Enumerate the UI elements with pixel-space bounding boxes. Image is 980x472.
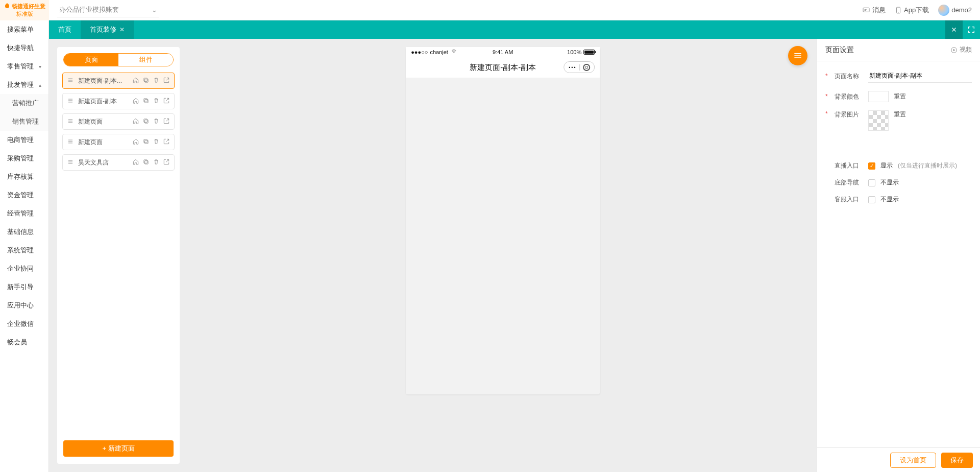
bgimg-row: * 背景图片 重置 [825, 110, 972, 131]
delete-icon[interactable] [153, 117, 160, 126]
tab-close-all[interactable] [945, 20, 963, 39]
page-item-1[interactable]: 新建页面-副本 [62, 93, 175, 109]
messages-link[interactable]: 消息 [862, 6, 886, 15]
new-page-button[interactable]: + 新建页面 [63, 440, 174, 457]
live-entry-row: 直播入口 ✓ 显示 (仅当进行直播时展示) [825, 161, 972, 170]
home-icon[interactable] [132, 77, 139, 85]
component-drawer-toggle[interactable] [788, 46, 807, 65]
drag-handle-icon[interactable] [67, 77, 74, 85]
sidebar-item-15[interactable]: 应用中心 [0, 296, 48, 315]
sidebar-item-12[interactable]: 系统管理 [0, 241, 48, 259]
share-icon[interactable] [163, 138, 170, 147]
page-item-4[interactable]: 昊天文具店 [62, 154, 175, 171]
messages-label: 消息 [872, 6, 886, 15]
delete-icon[interactable] [153, 138, 160, 147]
share-icon[interactable] [163, 77, 170, 85]
segment-component[interactable]: 组件 [118, 54, 173, 66]
brand-text: 畅捷通好生意 [12, 3, 45, 10]
settings-panel: 页面设置 视频 * 页面名称 * 背景颜色 重置 * 背景图片 重 [817, 39, 980, 472]
app-download-label: App下载 [904, 6, 929, 15]
sidebar-item-14[interactable]: 新手引导 [0, 278, 48, 296]
phone-time: 9:41 AM [406, 49, 600, 55]
sidebar-item-1[interactable]: 快捷导航 [0, 39, 48, 57]
sidebar-item-9[interactable]: 资金管理 [0, 186, 48, 204]
bgcolor-row: * 背景颜色 重置 [825, 91, 972, 102]
bgimg-label: 背景图片 [835, 110, 863, 119]
copy-icon[interactable] [142, 97, 150, 106]
bottom-nav-checkbox[interactable] [868, 179, 875, 186]
sidebar-item-6[interactable]: 电商管理 [0, 131, 48, 149]
bgcolor-swatch[interactable] [868, 91, 889, 102]
username: demo2 [951, 6, 972, 14]
sidebar-item-10[interactable]: 经营管理 [0, 204, 48, 223]
home-icon[interactable] [132, 138, 139, 147]
sidebar-item-4[interactable]: 营销推广 [0, 94, 48, 112]
account-selector[interactable]: 办公品行业模拟账套 ⌄ [57, 3, 159, 17]
share-icon[interactable] [163, 97, 170, 106]
delete-icon[interactable] [153, 158, 160, 167]
page-name-row: * 页面名称 [825, 69, 972, 83]
drag-handle-icon[interactable] [67, 97, 74, 106]
home-icon[interactable] [132, 158, 139, 167]
page-item-0[interactable]: 新建页面-副本... [62, 73, 175, 89]
delete-icon[interactable] [153, 77, 160, 85]
app-download-link[interactable]: App下载 [895, 6, 929, 15]
sidebar-item-13[interactable]: 企业协同 [0, 259, 48, 278]
sidebar-item-0[interactable]: 搜索菜单 [0, 20, 48, 39]
sidebar-item-11[interactable]: 基础信息 [0, 223, 48, 241]
battery-icon [583, 50, 595, 55]
sidebar-item-5[interactable]: 销售管理 [0, 112, 48, 131]
home-icon[interactable] [132, 117, 139, 126]
live-show-checkbox[interactable]: ✓ [868, 162, 875, 170]
sidebar-item-16[interactable]: 企业微信 [0, 315, 48, 333]
page-item-name: 新建页面-副本... [78, 77, 128, 85]
drag-handle-icon[interactable] [67, 138, 74, 147]
sidebar-item-2[interactable]: 零售管理▾ [0, 57, 48, 76]
chevron-icon: ▾ [39, 64, 41, 69]
page-panel: 页面 组件 新建页面-副本...新建页面-副本新建页面新建页面昊天文具店 + 新… [57, 47, 180, 464]
chevron-icon: ▴ [39, 82, 41, 88]
phone-statusbar: ●●●○○ chanjet 9:41 AM 100% [406, 47, 600, 57]
copy-icon[interactable] [142, 117, 150, 126]
brand-logo[interactable]: 畅捷通好生意 标准版 [0, 0, 49, 20]
drag-handle-icon[interactable] [67, 117, 74, 126]
home-icon[interactable] [132, 97, 139, 106]
page-name-input[interactable] [868, 69, 972, 83]
tab-0[interactable]: 首页 [49, 20, 81, 39]
copy-icon[interactable] [142, 158, 150, 167]
sidebar-item-17[interactable]: 畅会员 [0, 333, 48, 351]
copy-icon[interactable] [142, 138, 150, 147]
tab-1[interactable]: 首页装修✕ [81, 20, 134, 39]
drag-handle-icon[interactable] [67, 158, 74, 167]
delete-icon[interactable] [153, 97, 160, 106]
share-icon[interactable] [163, 117, 170, 126]
cs-checkbox[interactable] [868, 196, 875, 203]
page-item-name: 昊天文具店 [78, 158, 128, 167]
chevron-down-icon: ⌄ [152, 6, 157, 14]
bgimg-reset[interactable]: 重置 [894, 110, 906, 119]
set-home-button[interactable]: 设为首页 [890, 453, 936, 468]
sidebar-item-7[interactable]: 采购管理 [0, 149, 48, 168]
copy-icon[interactable] [142, 77, 150, 85]
sidebar-item-3[interactable]: 批发管理▴ [0, 76, 48, 94]
topbar: 畅捷通好生意 标准版 办公品行业模拟账套 ⌄ 消息 App下载 demo2 [0, 0, 980, 20]
account-name: 办公品行业模拟账套 [59, 5, 119, 14]
segment-page[interactable]: 页面 [64, 54, 118, 66]
fullscreen-toggle[interactable] [963, 20, 980, 39]
edition-label: 标准版 [16, 10, 33, 18]
user-menu[interactable]: demo2 [938, 5, 972, 16]
help-video-label: 视频 [960, 45, 972, 54]
share-icon[interactable] [163, 158, 170, 167]
miniprogram-capsule[interactable]: ··· [564, 61, 595, 73]
tab-close-icon[interactable]: ✕ [119, 26, 125, 33]
save-button[interactable]: 保存 [941, 453, 973, 468]
bgimg-picker[interactable] [868, 110, 889, 131]
page-item-3[interactable]: 新建页面 [62, 134, 175, 150]
workarea: 页面 组件 新建页面-副本...新建页面-副本新建页面新建页面昊天文具店 + 新… [49, 39, 980, 472]
help-video-link[interactable]: 视频 [950, 45, 972, 54]
page-item-name: 新建页面 [78, 117, 128, 126]
bgcolor-reset[interactable]: 重置 [894, 92, 906, 101]
sidebar-item-8[interactable]: 库存核算 [0, 168, 48, 186]
live-label: 直播入口 [835, 161, 863, 170]
page-item-2[interactable]: 新建页面 [62, 113, 175, 130]
